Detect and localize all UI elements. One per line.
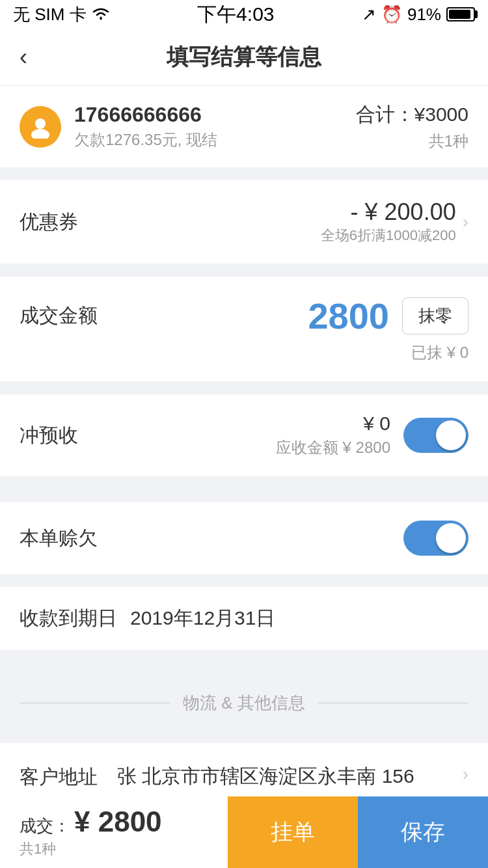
toggle-knob [436,420,466,450]
bottom-bar: 成交： ¥ 2800 共1种 挂单 保存 [0,796,488,868]
bottom-deal-amount: ¥ 2800 [74,806,162,838]
coupon-desc: 全场6折满1000减200 [321,226,456,245]
deal-value: 2800 [308,295,389,337]
deal-section: 成交金额 2800 抹零 已抹 ¥ 0 [0,277,488,381]
avatar [20,106,61,148]
prepay-row: 冲预收 ¥ 0 应收金额 ¥ 2800 [20,413,468,458]
customer-phone: 17666666666 [74,103,217,127]
deal-label: 成交金额 [20,303,98,329]
prepay-sub: 应收金额 ¥ 2800 [276,437,390,458]
deal-right: 2800 抹零 [308,295,468,337]
customer-left: 17666666666 欠款1276.35元, 现结 [20,103,217,150]
svg-point-1 [31,129,49,139]
separator-2 [0,663,488,676]
customer-right: 合计：¥3000 共1种 [356,102,468,152]
page-title: 填写结算等信息 [167,42,321,72]
address-chevron: › [463,761,468,785]
prepay-amount: ¥ 0 [276,413,390,435]
location-icon: ↗ [362,5,376,25]
battery-icon [446,7,475,21]
save-button[interactable]: 保存 [358,796,488,868]
logistics-text: 物流 & 其他信息 [183,692,305,714]
coupon-right: - ¥ 200.00 全场6折满1000减200 › [321,198,468,245]
prepay-right: ¥ 0 应收金额 ¥ 2800 [276,413,468,458]
duedate-section: 收款到期日 2019年12月31日 [0,587,488,650]
overdue-section: 本单赊欠 [0,502,488,574]
divider-line-right [318,703,468,703]
bottom-info: 成交： ¥ 2800 共1种 [0,806,228,859]
nav-bar: ‹ 填写结算等信息 [0,29,488,86]
customer-info-section: 17666666666 欠款1276.35元, 现结 合计：¥3000 共1种 [0,86,488,167]
coupon-section[interactable]: 优惠券 - ¥ 200.00 全场6折满1000减200 › [0,180,488,264]
status-carrier: 无 SIM 卡 [13,3,110,26]
status-right-group: ↗ ⏰ 91% [362,5,475,25]
wifi-icon [92,5,110,25]
status-time: 下午4:03 [197,1,274,28]
carrier-text: 无 SIM 卡 [13,3,87,26]
alarm-icon: ⏰ [381,5,402,25]
bottom-deal-count: 共1种 [20,839,208,859]
back-button[interactable]: ‹ [20,44,27,71]
battery-fill [449,10,470,19]
duedate-label: 收款到期日 [20,605,117,632]
separator-1 [0,489,488,502]
overdue-toggle-knob [436,523,466,553]
deal-sub: 已抹 ¥ 0 [20,342,468,363]
coupon-chevron: › [463,211,468,232]
coupon-amount: - ¥ 200.00 [321,198,456,226]
customer-sub: 欠款1276.35元, 现结 [74,129,217,150]
address-label: 客户地址 [20,761,98,791]
logistics-divider: 物流 & 其他信息 [0,676,488,730]
overdue-toggle[interactable] [403,521,468,556]
bottom-deal-label: 成交： [20,815,70,837]
hold-button[interactable]: 挂单 [228,796,358,868]
prepay-label: 冲预收 [20,422,78,449]
svg-point-0 [35,118,46,129]
round-down-button[interactable]: 抹零 [402,297,468,334]
deal-row: 成交金额 2800 抹零 [20,295,468,337]
total-count: 共1种 [356,131,468,152]
prepay-toggle[interactable] [403,418,468,453]
battery-pct: 91% [407,5,441,25]
total-amount: 合计：¥3000 [356,102,468,128]
prepay-val-block: ¥ 0 应收金额 ¥ 2800 [276,413,390,458]
status-bar: 无 SIM 卡 下午4:03 ↗ ⏰ 91% [0,0,488,29]
content: 17666666666 欠款1276.35元, 现结 合计：¥3000 共1种 … [0,86,488,868]
prepay-section: 冲预收 ¥ 0 应收金额 ¥ 2800 [0,394,488,476]
overdue-label: 本单赊欠 [20,525,98,552]
customer-details: 17666666666 欠款1276.35元, 现结 [74,103,217,150]
divider-line-left [20,703,170,703]
duedate-value: 2019年12月31日 [130,605,275,632]
coupon-label: 优惠券 [20,209,78,236]
